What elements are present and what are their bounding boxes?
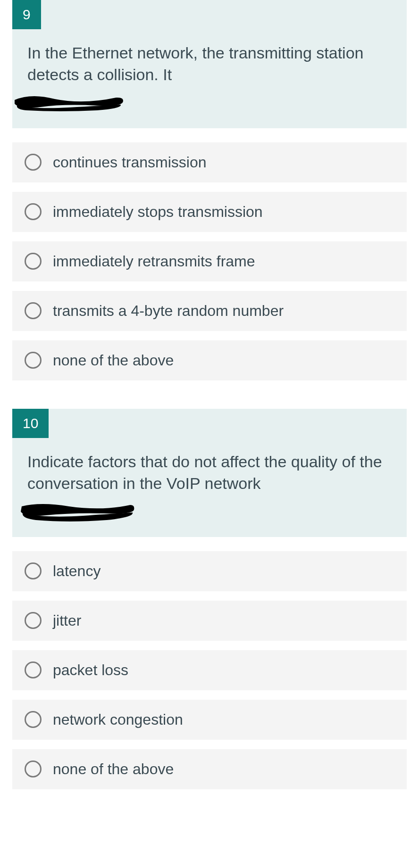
question-header: 9 In the Ethernet network, the transmitt…: [12, 0, 407, 128]
option-item[interactable]: immediately retransmits frame: [12, 241, 407, 281]
option-label: transmits a 4-byte random number: [53, 302, 284, 320]
question-number-badge: 10: [12, 409, 49, 438]
question-block: 9 In the Ethernet network, the transmitt…: [12, 0, 407, 380]
redaction-mark: [12, 499, 407, 518]
option-item[interactable]: continues transmission: [12, 142, 407, 182]
option-item[interactable]: packet loss: [12, 650, 407, 690]
option-item[interactable]: jitter: [12, 601, 407, 641]
radio-icon: [25, 661, 42, 678]
radio-icon: [25, 352, 42, 369]
radio-icon: [25, 562, 42, 579]
radio-icon: [25, 253, 42, 270]
option-item[interactable]: none of the above: [12, 749, 407, 789]
radio-icon: [25, 612, 42, 629]
radio-icon: [25, 761, 42, 777]
options-list: continues transmission immediately stops…: [12, 142, 407, 380]
option-item[interactable]: immediately stops transmission: [12, 192, 407, 232]
option-item[interactable]: none of the above: [12, 340, 407, 380]
redaction-mark: [12, 91, 407, 109]
option-label: packet loss: [53, 661, 128, 679]
radio-icon: [25, 203, 42, 220]
radio-icon: [25, 154, 42, 171]
question-text: In the Ethernet network, the transmittin…: [12, 29, 407, 86]
option-label: network congestion: [53, 711, 183, 728]
option-item[interactable]: network congestion: [12, 700, 407, 740]
option-label: immediately retransmits frame: [53, 253, 255, 270]
question-block: 10 Indicate factors that do not affect t…: [12, 409, 407, 789]
question-header: 10 Indicate factors that do not affect t…: [12, 409, 407, 537]
option-item[interactable]: transmits a 4-byte random number: [12, 291, 407, 331]
option-item[interactable]: latency: [12, 551, 407, 591]
option-label: continues transmission: [53, 154, 206, 171]
question-number-badge: 9: [12, 0, 41, 29]
option-label: none of the above: [53, 352, 174, 369]
question-text: Indicate factors that do not affect the …: [12, 438, 407, 495]
radio-icon: [25, 302, 42, 319]
option-label: latency: [53, 562, 101, 580]
option-label: none of the above: [53, 761, 174, 778]
option-label: jitter: [53, 612, 81, 629]
option-label: immediately stops transmission: [53, 203, 263, 221]
radio-icon: [25, 711, 42, 728]
options-list: latency jitter packet loss network conge…: [12, 551, 407, 789]
